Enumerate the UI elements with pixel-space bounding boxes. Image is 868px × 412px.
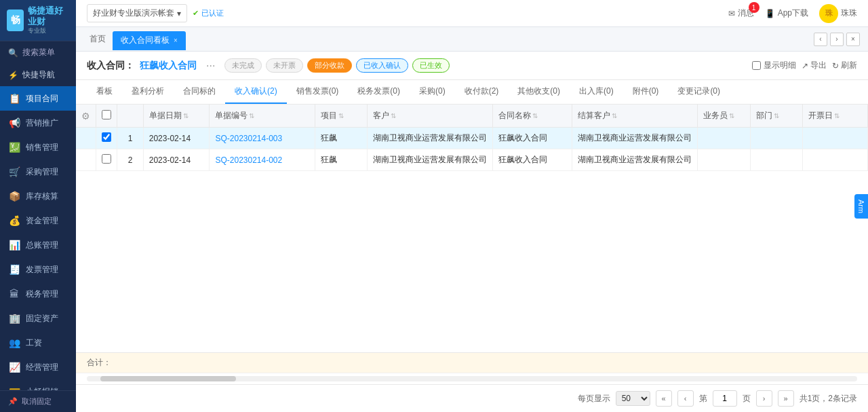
sub-tab-change-log[interactable]: 变更记录(0) — [668, 80, 730, 104]
more-options-button[interactable]: ··· — [203, 60, 218, 72]
sub-tab-payment[interactable]: 收付款(2) — [455, 80, 509, 104]
sub-tab-income-confirm[interactable]: 收入确认(2) — [225, 80, 287, 104]
tab-close-all-button[interactable]: × — [846, 33, 860, 46]
sidebar-item-label: 销售管理 — [26, 142, 58, 153]
row-result-customer: 湖南卫视商业运营发展有限公司 — [572, 149, 697, 171]
sub-tab-dashboard[interactable]: 看板 — [87, 80, 122, 104]
user-area[interactable]: 珠 珠珠 — [819, 4, 857, 23]
tab-close-button[interactable]: × — [174, 37, 178, 44]
sub-tab-contract-standard[interactable]: 合同标的 — [174, 80, 225, 104]
row-code-link[interactable]: SQ-20230214-002 — [215, 155, 282, 165]
tab-next-button[interactable]: › — [830, 33, 844, 46]
sidebar-footer[interactable]: 📌 取消固定 — [0, 390, 76, 412]
scroll-thumb[interactable] — [100, 376, 236, 381]
status-buttons: 未完成 未开票 部分收款 已收入确认 已生效 — [224, 58, 450, 73]
prev-page-button[interactable]: ‹ — [677, 390, 694, 407]
certified-icon: ✔ — [193, 9, 199, 18]
sub-tab-tax-invoice[interactable]: 税务发票(0) — [348, 80, 410, 104]
refresh-button[interactable]: ↻ 刷新 — [832, 60, 857, 71]
message-button[interactable]: ✉ 消息 1 — [728, 7, 754, 19]
sidebar-item-expense[interactable]: 💳 小畅报销 — [0, 379, 76, 390]
page-size-select[interactable]: 50 20 100 — [616, 391, 650, 406]
pin-icon: 📌 — [8, 397, 18, 406]
row-open-date — [802, 149, 867, 171]
sidebar-item-capital[interactable]: 💰 资金管理 — [0, 208, 76, 233]
sort-icon-code[interactable]: ⇅ — [249, 112, 254, 119]
sort-icon-contract[interactable]: ⇅ — [532, 112, 538, 119]
row-dept — [750, 149, 802, 171]
expense-icon: 💳 — [8, 386, 20, 390]
sub-tab-sales-invoice[interactable]: 销售发票(0) — [287, 80, 349, 104]
row-checkbox-cell[interactable] — [96, 149, 117, 171]
status-partial-collect[interactable]: 部分收款 — [307, 58, 352, 73]
first-page-button[interactable]: « — [656, 390, 672, 407]
sidebar-item-project-contract[interactable]: 📋 项目合同 — [0, 86, 76, 111]
status-incomplete[interactable]: 未完成 — [224, 58, 262, 73]
status-effective[interactable]: 已生效 — [412, 58, 450, 73]
quick-nav-item[interactable]: ⚡ 快捷导航 — [0, 64, 76, 86]
sidebar-item-invoice[interactable]: 🧾 发票管理 — [0, 257, 76, 282]
show-detail-checkbox-area[interactable]: 显示明细 — [752, 60, 796, 71]
sidebar-item-label: 经营管理 — [26, 362, 58, 373]
column-settings-icon[interactable]: ⚙ — [81, 111, 90, 121]
sort-icon-open-date[interactable]: ⇅ — [834, 112, 840, 119]
right-float-button[interactable]: Arm — [854, 193, 868, 218]
sub-tab-attachments[interactable]: 附件(0) — [623, 80, 669, 104]
th-project-label: 项目 — [321, 110, 337, 121]
quick-nav-label: 快捷导航 — [22, 69, 55, 81]
horizontal-scrollbar[interactable] — [76, 373, 868, 384]
row-checkbox-cell[interactable] — [96, 128, 117, 149]
row-code[interactable]: SQ-20230214-003 — [210, 128, 315, 149]
company-selector[interactable]: 好业财专业版演示帐套 ▾ — [87, 4, 187, 22]
sidebar-item-purchase[interactable]: 🛒 采购管理 — [0, 160, 76, 184]
sub-tab-profit[interactable]: 盈利分析 — [122, 80, 174, 104]
sub-tabs: 看板 盈利分析 合同标的 收入确认(2) 销售发票(0) 税务发票(0) 采购(… — [76, 80, 868, 105]
row-project: 狂飙 — [315, 128, 367, 149]
th-open-date-label: 开票日 — [808, 110, 833, 121]
tabbar: 首页 收入合同看板 × ‹ › × — [76, 27, 868, 52]
status-unopened[interactable]: 未开票 — [266, 58, 303, 73]
last-page-button[interactable]: » — [778, 390, 794, 407]
sidebar-item-fixed-assets[interactable]: 🏢 固定资产 — [0, 306, 76, 331]
sidebar-item-label: 发票管理 — [26, 264, 58, 276]
row-customer: 湖南卫视商业运营发展有限公司 — [367, 149, 492, 171]
table-row[interactable]: 2 2023-02-14 SQ-20230214-002 狂飙 湖南卫视商业运营… — [76, 149, 868, 171]
sidebar-item-sales[interactable]: 💹 销售管理 — [0, 135, 76, 160]
export-icon: ↗ — [802, 61, 808, 71]
sub-tab-purchase[interactable]: 采购(0) — [410, 80, 455, 104]
sub-tab-other-income[interactable]: 其他收支(0) — [508, 80, 570, 104]
row-checkbox[interactable] — [102, 154, 111, 164]
table-row[interactable]: 1 2023-02-14 SQ-20230214-003 狂飙 湖南卫视商业运营… — [76, 128, 868, 149]
sidebar-item-management[interactable]: 📈 经营管理 — [0, 355, 76, 379]
sidebar-item-tax[interactable]: 🏛 税务管理 — [0, 282, 76, 306]
row-checkbox[interactable] — [102, 132, 111, 142]
page-number-input[interactable] — [713, 390, 737, 407]
sort-icon-result-customer[interactable]: ⇅ — [612, 112, 617, 119]
sort-icon-date[interactable]: ⇅ — [183, 112, 189, 119]
sidebar-item-hr[interactable]: 👥 工资 — [0, 331, 76, 355]
row-code-link[interactable]: SQ-20230214-003 — [215, 134, 282, 143]
sort-icon-customer[interactable]: ⇅ — [391, 112, 396, 119]
sub-tab-warehouse[interactable]: 出入库(0) — [570, 80, 623, 104]
row-code[interactable]: SQ-20230214-002 — [210, 149, 315, 171]
next-page-button[interactable]: › — [756, 390, 772, 407]
sort-icon-project[interactable]: ⇅ — [338, 112, 344, 119]
sort-icon-dept[interactable]: ⇅ — [774, 112, 779, 119]
export-button[interactable]: ↗ 导出 — [802, 60, 827, 71]
home-tab[interactable]: 首页 — [84, 33, 111, 45]
row-num: 1 — [117, 128, 143, 149]
sidebar-item-marketing[interactable]: 📢 营销推广 — [0, 111, 76, 135]
search-menu-item[interactable]: 🔍 搜索菜单 — [0, 41, 76, 64]
active-tab[interactable]: 收入合同看板 × — [113, 31, 186, 50]
select-all-checkbox[interactable] — [102, 110, 111, 119]
sidebar-item-inventory[interactable]: 📦 库存核算 — [0, 184, 76, 208]
sidebar-item-general-ledger[interactable]: 📊 总账管理 — [0, 233, 76, 257]
topbar-left: 好业财专业版演示帐套 ▾ ✔ 已认证 — [87, 4, 224, 22]
show-detail-checkbox[interactable] — [752, 61, 761, 70]
status-confirmed[interactable]: 已收入确认 — [356, 58, 408, 73]
sales-icon: 💹 — [8, 141, 20, 153]
project-contract-icon: 📋 — [8, 92, 20, 105]
app-download-button[interactable]: 📱 App下载 — [765, 7, 808, 19]
sort-icon-salesperson[interactable]: ⇅ — [729, 112, 734, 119]
tab-prev-button[interactable]: ‹ — [814, 33, 827, 46]
